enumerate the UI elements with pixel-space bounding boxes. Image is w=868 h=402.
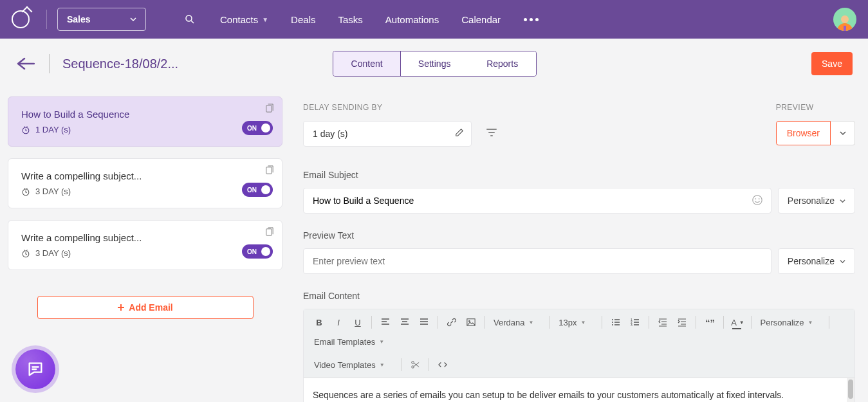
preview-browser-button[interactable]: Browser bbox=[776, 121, 831, 145]
email-toggle[interactable]: ON bbox=[242, 183, 273, 197]
delay-field[interactable] bbox=[303, 121, 472, 147]
caret-down-icon: ▼ bbox=[739, 320, 744, 325]
align-center-button[interactable] bbox=[396, 313, 414, 331]
copy-button[interactable] bbox=[264, 165, 274, 178]
svg-point-12 bbox=[612, 319, 613, 320]
font-size-select[interactable]: 13px▼ bbox=[555, 313, 597, 331]
delay-input[interactable] bbox=[303, 121, 472, 147]
nav-deals[interactable]: Deals bbox=[291, 14, 315, 25]
nav-tasks[interactable]: Tasks bbox=[338, 14, 362, 25]
copy-button[interactable] bbox=[264, 104, 274, 116]
align-left-button[interactable] bbox=[376, 313, 394, 331]
cut-button[interactable] bbox=[406, 356, 424, 374]
svg-point-13 bbox=[612, 322, 613, 323]
email-toggle[interactable]: ON bbox=[242, 121, 273, 135]
editor-body[interactable]: Sequences are a series of emails you can… bbox=[304, 378, 854, 402]
edit-delay-button[interactable] bbox=[455, 128, 464, 140]
nav-label: Automations bbox=[385, 14, 439, 25]
app-logo-icon[interactable] bbox=[12, 10, 30, 28]
text-color-button[interactable]: A▼ bbox=[728, 313, 746, 331]
email-card[interactable]: Write a compelling subject... 3 DAY (s) … bbox=[8, 220, 282, 270]
preview-text-block: Preview Text Personalize bbox=[303, 230, 855, 274]
nav-calendar[interactable]: Calendar bbox=[461, 14, 501, 25]
chevron-down-icon bbox=[130, 16, 136, 23]
rich-text-editor: B I U Verdana▼ 13px▼ 123 bbox=[303, 309, 855, 402]
bullet-list-button[interactable] bbox=[607, 313, 625, 331]
nav-contacts[interactable]: Contacts ▼ bbox=[220, 14, 268, 25]
separator bbox=[549, 316, 550, 329]
clock-icon bbox=[21, 187, 30, 196]
toggle-label: ON bbox=[247, 248, 257, 255]
email-card-title: Write a compelling subject... bbox=[21, 232, 269, 243]
email-card[interactable]: Write a compelling subject... 3 DAY (s) … bbox=[8, 158, 282, 208]
subject-input[interactable] bbox=[313, 196, 745, 206]
tab-reports[interactable]: Reports bbox=[468, 51, 536, 76]
preview-text-input[interactable] bbox=[313, 256, 745, 266]
code-button[interactable] bbox=[434, 356, 452, 374]
nav-automations[interactable]: Automations bbox=[385, 14, 439, 25]
chat-fab[interactable] bbox=[15, 349, 55, 389]
preview-text-label: Preview Text bbox=[303, 230, 855, 241]
toggle-label: ON bbox=[247, 187, 257, 194]
email-content-label: Email Content bbox=[303, 291, 855, 301]
nav-label: Tasks bbox=[338, 14, 362, 25]
subheader: Sequence-18/08/2... Content Settings Rep… bbox=[0, 39, 868, 89]
tab-settings[interactable]: Settings bbox=[401, 51, 468, 76]
align-justify-button[interactable] bbox=[415, 313, 433, 331]
preview-text-input-wrap[interactable] bbox=[303, 248, 771, 274]
email-card-meta: 3 DAY (s) bbox=[21, 187, 269, 196]
link-button[interactable] bbox=[443, 313, 461, 331]
align-center-icon bbox=[400, 318, 409, 327]
subject-input-wrap[interactable] bbox=[303, 188, 771, 214]
bullet-list-icon bbox=[611, 318, 620, 327]
filter-icon bbox=[486, 127, 497, 138]
bold-button[interactable]: B bbox=[310, 313, 328, 331]
email-card-delay: 3 DAY (s) bbox=[35, 187, 71, 196]
caret-down-icon: ▼ bbox=[528, 320, 533, 325]
quote-button[interactable]: “” bbox=[701, 313, 719, 331]
align-justify-icon bbox=[420, 318, 429, 327]
italic-button[interactable]: I bbox=[329, 313, 347, 331]
email-toggle[interactable]: ON bbox=[242, 244, 273, 259]
separator bbox=[485, 316, 485, 329]
outdent-button[interactable] bbox=[654, 313, 672, 331]
font-family-select[interactable]: Verdana▼ bbox=[490, 313, 545, 331]
user-avatar[interactable] bbox=[833, 8, 856, 31]
main: How to Build a Sequence 1 DAY (s) ON Wri… bbox=[0, 89, 868, 402]
editor-scrollbar[interactable] bbox=[847, 378, 854, 402]
underline-button[interactable]: U bbox=[349, 313, 367, 331]
add-email-button[interactable]: Add Email bbox=[37, 296, 254, 319]
content-panel: DELAY SENDING BY PREVIEW Brows bbox=[290, 89, 868, 402]
module-selector[interactable]: Sales bbox=[57, 8, 146, 31]
number-list-button[interactable]: 123 bbox=[626, 313, 644, 331]
svg-rect-3 bbox=[266, 167, 272, 174]
search-icon bbox=[184, 14, 196, 25]
back-button[interactable] bbox=[15, 53, 36, 74]
save-button[interactable]: Save bbox=[811, 52, 853, 75]
svg-point-7 bbox=[753, 195, 762, 204]
chat-icon bbox=[26, 360, 44, 378]
indent-button[interactable] bbox=[673, 313, 691, 331]
preview-dropdown-button[interactable] bbox=[831, 121, 855, 145]
emoji-picker-button[interactable] bbox=[752, 194, 763, 208]
toolbar-personalize-select[interactable]: Personalize▼ bbox=[756, 313, 824, 331]
search-button[interactable] bbox=[182, 12, 198, 27]
scrollbar-thumb[interactable] bbox=[848, 379, 853, 399]
email-card[interactable]: How to Build a Sequence 1 DAY (s) ON bbox=[8, 96, 282, 147]
nav-overflow-button[interactable] bbox=[523, 12, 539, 27]
email-card-title: Write a compelling subject... bbox=[21, 170, 269, 181]
clock-icon bbox=[21, 249, 30, 258]
filter-button[interactable] bbox=[486, 127, 497, 141]
copy-button[interactable] bbox=[264, 227, 274, 239]
personalize-subject-button[interactable]: Personalize bbox=[778, 188, 855, 214]
separator bbox=[429, 358, 429, 371]
email-templates-select[interactable]: Email Templates▼ bbox=[310, 333, 396, 351]
copy-icon bbox=[264, 104, 274, 113]
personalize-preview-button[interactable]: Personalize bbox=[778, 248, 855, 274]
tab-content[interactable]: Content bbox=[333, 51, 401, 76]
toggle-knob bbox=[261, 185, 270, 194]
email-card-title: How to Build a Sequence bbox=[21, 109, 269, 120]
image-button[interactable] bbox=[462, 313, 480, 331]
image-icon bbox=[466, 318, 476, 327]
video-templates-select[interactable]: Video Templates▼ bbox=[310, 356, 396, 374]
